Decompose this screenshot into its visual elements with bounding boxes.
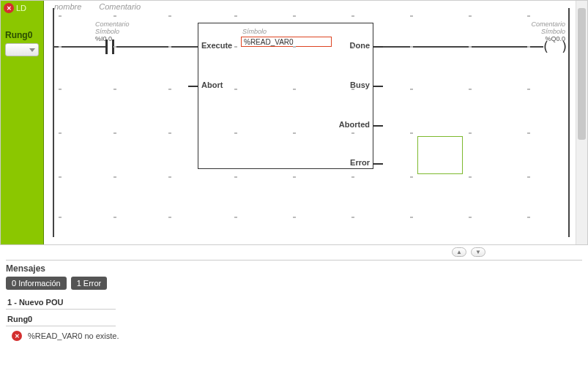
grid-dot: [59, 89, 62, 90]
tab-error[interactable]: 1 Error: [71, 277, 108, 290]
fb-pin: [373, 86, 383, 87]
wire: [116, 46, 198, 48]
error-icon: [4, 3, 14, 13]
grid-dot: [168, 217, 171, 218]
grid-dot: [469, 46, 472, 48]
grid-dot: [351, 15, 354, 17]
output-coil[interactable]: ( ): [548, 38, 564, 54]
fb-symbol-input[interactable]: [241, 37, 332, 47]
grid-dot: [168, 15, 171, 17]
messages-title: Mensajes: [6, 263, 582, 274]
vertical-scrollbar[interactable]: [576, 1, 587, 244]
grid-dot: [351, 46, 354, 48]
grid-dot: [234, 176, 237, 178]
fb-pin: [373, 46, 383, 48]
collapse-down-button[interactable]: ▼: [471, 247, 485, 257]
power-rail-left: [53, 8, 54, 237]
error-message-text: %READ_VAR0 no existe.: [28, 331, 119, 340]
grid-dot: [527, 46, 530, 48]
grid-dot: [234, 15, 237, 17]
grid-dot: [168, 46, 171, 48]
error-message-row[interactable]: %READ_VAR0 no existe.: [6, 329, 582, 342]
grid-dot: [113, 15, 116, 17]
fb-port-aborted: Aborted: [339, 120, 370, 129]
msg-group-rung[interactable]: Rung0: [6, 312, 116, 326]
grid-dot: [293, 46, 296, 48]
grid-dot: [410, 89, 413, 90]
grid-dot: [113, 217, 116, 218]
grid-dot: [469, 217, 472, 218]
grid-dot: [527, 89, 530, 90]
msg-group-pou[interactable]: 1 - Nuevo POU: [6, 296, 116, 310]
grid-dot: [351, 176, 354, 178]
fb-pin: [373, 163, 383, 165]
grid-dot: [469, 176, 472, 178]
grid-dot: [168, 89, 171, 90]
messages-panel: Mensajes 0 Información 1 Error 1 - Nuevo…: [6, 260, 582, 368]
grid-dot: [469, 89, 472, 90]
fb-port-error: Error: [350, 158, 370, 167]
fb-pin: [373, 125, 383, 127]
grid-dot: [351, 217, 354, 218]
grid-dot: [59, 132, 62, 134]
grid-dot: [527, 176, 530, 178]
wire: [373, 46, 543, 48]
grid-dot: [113, 176, 116, 178]
grid-dot: [168, 176, 171, 178]
grid-dot: [59, 176, 62, 178]
fb-pin: [188, 86, 198, 87]
grid-dot: [234, 217, 237, 218]
grid-dot: [113, 89, 116, 90]
grid-dot: [234, 89, 237, 90]
grid-dot: [293, 15, 296, 17]
grid-dot: [469, 132, 472, 134]
ladder-canvas[interactable]: Comentario Símbolo %I0.0 Comentario Símb…: [44, 1, 587, 244]
grid-dot: [410, 217, 413, 218]
ladder-editor: LD Rung0 nombre Comentario Comentario Sí…: [0, 0, 588, 245]
grid-dot: [469, 15, 472, 17]
fb-port-done: Done: [350, 41, 371, 50]
language-indicator: LD: [1, 1, 43, 15]
grid-dot: [293, 217, 296, 218]
grid-dot: [293, 89, 296, 90]
grid-dot: [351, 89, 354, 90]
canvas-wrap: nombre Comentario Comentario Símbolo %I0…: [44, 1, 587, 244]
grid-dot: [113, 132, 116, 134]
grid-dot: [527, 217, 530, 218]
grid-dot: [410, 176, 413, 178]
tab-info[interactable]: 0 Información: [6, 277, 67, 290]
grid-dot: [293, 132, 296, 134]
function-block[interactable]: Símbolo Execute Abort Done Busy Aborted …: [198, 23, 373, 169]
grid-dot: [410, 15, 413, 17]
panel-collapse-controls: ▲ ▼: [452, 247, 485, 257]
collapse-up-button[interactable]: ▲: [452, 247, 466, 257]
selection-rect[interactable]: [417, 136, 463, 174]
wire: [54, 46, 105, 48]
grid-dot: [293, 176, 296, 178]
rung-name[interactable]: Rung0: [1, 30, 43, 40]
language-label: LD: [16, 4, 26, 12]
grid-dot: [527, 132, 530, 134]
fb-symbol-label: Símbolo: [242, 28, 267, 35]
grid-dot: [168, 132, 171, 134]
grid-dot: [234, 132, 237, 134]
grid-dot: [234, 46, 237, 48]
grid-dot: [410, 132, 413, 134]
grid-dot: [410, 46, 413, 48]
grid-dot: [59, 217, 62, 218]
grid-dot: [59, 46, 62, 48]
fb-port-abort: Abort: [201, 80, 223, 89]
editor-sidebar: LD Rung0: [1, 1, 44, 244]
rung-dropdown[interactable]: [5, 43, 39, 56]
scrollbar-thumb[interactable]: [578, 8, 586, 140]
grid-dot: [59, 15, 62, 17]
grid-dot: [351, 132, 354, 134]
grid-dot: [527, 15, 530, 17]
grid-dot: [113, 46, 116, 48]
error-icon: [12, 331, 22, 341]
fb-port-execute: Execute: [201, 41, 232, 50]
